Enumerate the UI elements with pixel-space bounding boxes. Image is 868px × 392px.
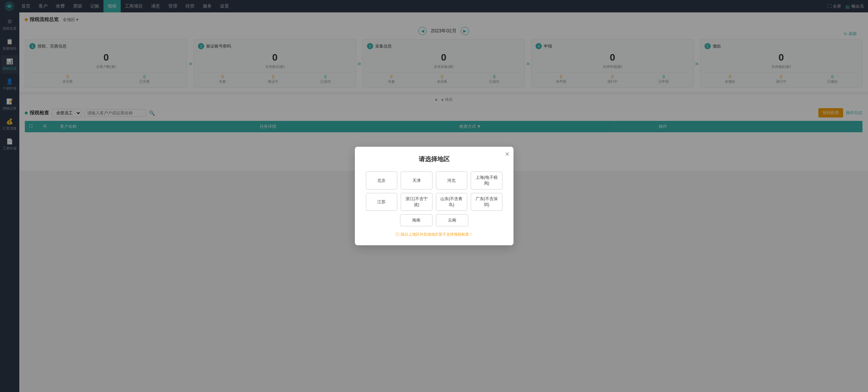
region-jiangsu[interactable]: 江苏 [366, 193, 398, 211]
region-yunnan[interactable]: 云南 [436, 214, 468, 226]
region-hebei[interactable]: 河北 [436, 172, 468, 189]
region-zhejiang[interactable]: 浙江(不含宁波) [401, 193, 432, 211]
warning-icon: ⓘ [396, 232, 399, 237]
region-hainan[interactable]: 海南 [400, 214, 432, 226]
region-row-2: 江苏 浙江(不含宁波) 山东(不含青岛) 广东(不含深圳) [366, 193, 502, 211]
region-row-1: 北京 天津 河北 上海(电子税局) [366, 172, 502, 189]
region-row-3: 海南 云南 [366, 214, 502, 226]
region-beijing[interactable]: 北京 [366, 172, 398, 189]
region-guangdong[interactable]: 广东(不含深圳) [471, 193, 502, 211]
modal-title: 请选择地区 [366, 155, 502, 163]
modal-close-button[interactable]: ✕ [505, 151, 509, 157]
region-shanghai[interactable]: 上海(电子税局) [471, 172, 502, 189]
modal-warning: ⓘ 除以上地区外其他地区暂不支持报税检查！ [366, 232, 502, 237]
region-select-modal: ✕ 请选择地区 北京 天津 河北 上海(电子税局) 江苏 浙江(不含宁波) 山东… [355, 147, 513, 245]
region-shandong[interactable]: 山东(不含青岛) [436, 193, 468, 211]
region-tianjin[interactable]: 天津 [401, 172, 432, 189]
modal-overlay[interactable]: ✕ 请选择地区 北京 天津 河北 上海(电子税局) 江苏 浙江(不含宁波) 山东… [0, 0, 868, 392]
